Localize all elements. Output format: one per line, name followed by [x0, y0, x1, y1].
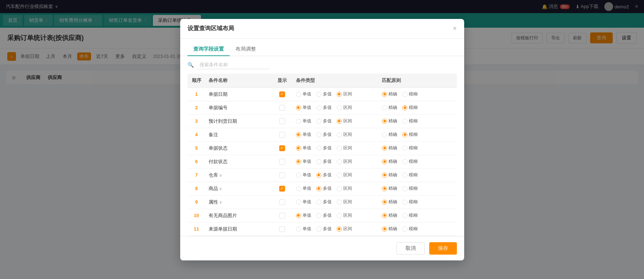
cell-display[interactable]: [271, 209, 293, 211]
display-checkbox[interactable]: [279, 118, 285, 124]
radio-type-多值[interactable]: 多值: [316, 158, 332, 165]
radio-type-单值[interactable]: 单值: [296, 199, 311, 205]
radio-circle-icon: [316, 92, 321, 97]
cell-display[interactable]: [271, 114, 293, 128]
cell-name: 单据编号: [206, 101, 271, 114]
radio-type-区间[interactable]: 区间: [337, 91, 352, 97]
cell-display[interactable]: [271, 195, 293, 209]
radio-type-单值[interactable]: 单值: [296, 118, 311, 124]
radio-match-精确[interactable]: 精确: [382, 199, 397, 205]
radio-match-模糊[interactable]: 模糊: [402, 131, 418, 138]
radio-match-模糊[interactable]: 模糊: [402, 158, 418, 165]
radio-match-精确[interactable]: 精确: [382, 172, 397, 178]
radio-circle-icon: [337, 186, 342, 191]
display-checkbox[interactable]: [279, 145, 285, 151]
radio-type-区间[interactable]: 区间: [337, 172, 352, 178]
modal-overlay: 设置查询区域布局 × 查询字段设置 布局调整 🔍 顺序 条件名称: [0, 0, 644, 211]
radio-match-精确[interactable]: 精确: [382, 185, 397, 192]
radio-label: 区间: [343, 185, 352, 192]
cell-name: 单据状态: [206, 141, 271, 155]
display-checkbox[interactable]: [279, 186, 285, 192]
cell-display[interactable]: [271, 141, 293, 155]
radio-type-区间[interactable]: 区间: [337, 105, 352, 111]
cell-type: 单值多值区间: [293, 182, 379, 195]
radio-type-单值[interactable]: 单值: [296, 185, 311, 192]
cell-order: 10: [187, 209, 206, 211]
radio-circle-icon: [337, 132, 342, 137]
radio-label: 单值: [303, 199, 311, 205]
radio-type-区间[interactable]: 区间: [337, 158, 352, 165]
cell-display[interactable]: [271, 128, 293, 141]
radio-type-区间[interactable]: 区间: [337, 199, 352, 205]
radio-type-单值[interactable]: 单值: [296, 105, 311, 111]
radio-match-精确[interactable]: 精确: [382, 131, 397, 138]
radio-label: 单值: [303, 158, 311, 165]
radio-type-多值[interactable]: 多值: [316, 118, 332, 124]
radio-type-区间[interactable]: 区间: [337, 118, 352, 124]
radio-match-模糊[interactable]: 模糊: [402, 145, 418, 151]
cell-display[interactable]: [271, 168, 293, 182]
radio-circle-icon: [316, 173, 321, 178]
search-input[interactable]: [197, 60, 269, 69]
radio-type-多值[interactable]: 多值: [316, 172, 332, 178]
display-checkbox[interactable]: [279, 199, 285, 205]
radio-label: 精确: [388, 199, 397, 205]
cell-display[interactable]: [271, 101, 293, 114]
cell-display[interactable]: [271, 155, 293, 168]
cell-display[interactable]: [271, 182, 293, 195]
radio-match-精确[interactable]: 精确: [382, 105, 397, 111]
radio-label: 单值: [303, 131, 311, 138]
radio-match-模糊[interactable]: 模糊: [402, 172, 418, 178]
radio-label: 精确: [388, 105, 397, 111]
radio-circle-icon: [382, 186, 387, 191]
radio-match-精确[interactable]: 精确: [382, 145, 397, 151]
tab-query-fields[interactable]: 查询字段设置: [187, 43, 230, 56]
radio-match-精确[interactable]: 精确: [382, 158, 397, 165]
radio-label: 多值: [323, 158, 332, 165]
tab-layout-adjust[interactable]: 布局调整: [230, 43, 262, 56]
cell-order: 3: [187, 114, 206, 128]
radio-match-模糊[interactable]: 模糊: [402, 199, 418, 205]
cell-order: 6: [187, 155, 206, 168]
radio-type-单值[interactable]: 单值: [296, 131, 311, 138]
radio-type-多值[interactable]: 多值: [316, 199, 332, 205]
display-checkbox[interactable]: [279, 132, 285, 138]
radio-match-精确[interactable]: 精确: [382, 91, 397, 97]
display-checkbox[interactable]: [279, 159, 285, 165]
modal-close-btn[interactable]: ×: [453, 25, 457, 32]
modal-dialog: 设置查询区域布局 × 查询字段设置 布局调整 🔍 顺序 条件名称: [180, 19, 464, 211]
radio-type-多值[interactable]: 多值: [316, 131, 332, 138]
radio-type-多值[interactable]: 多值: [316, 185, 332, 192]
radio-type-区间[interactable]: 区间: [337, 131, 352, 138]
radio-match-模糊[interactable]: 模糊: [402, 91, 418, 97]
display-checkbox[interactable]: [279, 91, 285, 97]
radio-circle-icon: [296, 146, 301, 151]
cell-name: 预计到货日期: [206, 114, 271, 128]
cell-name: 属性 ∨: [206, 195, 271, 209]
radio-circle-icon: [296, 159, 301, 164]
radio-type-单值[interactable]: 单值: [296, 145, 311, 151]
radio-label: 精确: [388, 145, 397, 151]
display-checkbox[interactable]: [279, 172, 285, 178]
radio-type-区间[interactable]: 区间: [337, 145, 352, 151]
display-checkbox[interactable]: [279, 105, 285, 111]
radio-type-单值[interactable]: 单值: [296, 158, 311, 165]
cell-match: 精确模糊: [379, 209, 457, 211]
cell-match: 精确模糊: [379, 182, 457, 195]
radio-type-单值[interactable]: 单值: [296, 172, 311, 178]
radio-label: 区间: [343, 145, 352, 151]
radio-type-单值[interactable]: 单值: [296, 91, 311, 97]
cell-display[interactable]: [271, 87, 293, 101]
radio-label: 区间: [343, 199, 352, 205]
radio-match-模糊[interactable]: 模糊: [402, 118, 418, 124]
radio-label: 区间: [343, 158, 352, 165]
col-name: 条件名称: [206, 74, 271, 88]
radio-type-区间[interactable]: 区间: [337, 185, 352, 192]
radio-match-精确[interactable]: 精确: [382, 118, 397, 124]
radio-type-多值[interactable]: 多值: [316, 105, 332, 111]
radio-match-模糊[interactable]: 模糊: [402, 185, 418, 192]
cell-match: 精确模糊: [379, 195, 457, 209]
radio-type-多值[interactable]: 多值: [316, 145, 332, 151]
radio-type-多值[interactable]: 多值: [316, 91, 332, 97]
radio-match-模糊[interactable]: 模糊: [402, 105, 418, 111]
